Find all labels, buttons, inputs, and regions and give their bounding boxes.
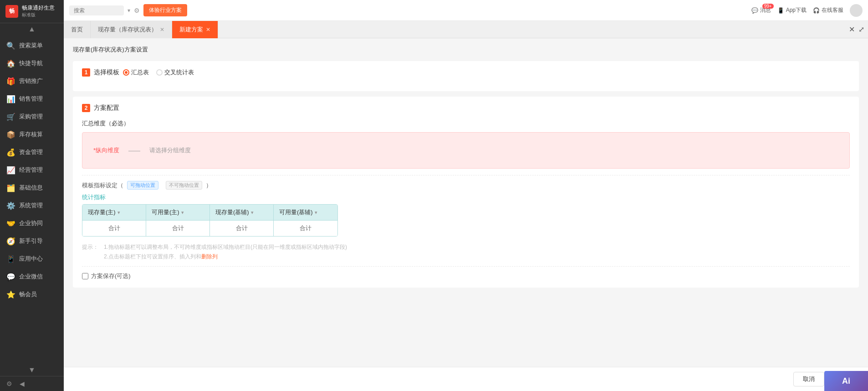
step2-num: 2 — [82, 104, 90, 112]
save-option: 方案保存(可选) — [82, 272, 850, 280]
service-button[interactable]: 🎧 在线客服 — [813, 6, 843, 14]
stats-col-1-chevron-icon: ▾ — [117, 210, 120, 216]
stats-section-title: 统计指标 — [82, 193, 850, 201]
finance-icon: 💰 — [6, 148, 15, 157]
radio-cross-label: 交叉统计表 — [164, 68, 194, 77]
dimension-dash: —— — [128, 147, 140, 154]
avatar[interactable] — [850, 4, 863, 17]
template-radio-group: 汇总表 交叉统计表 — [123, 68, 194, 77]
sidebar-item-sales[interactable]: 📊 销售管理 — [0, 90, 64, 108]
sidebar-item-marketing[interactable]: 🎁 营销推广 — [0, 72, 64, 90]
sidebar-item-inventory[interactable]: 📦 库存核算 — [0, 126, 64, 144]
dimension-zone[interactable]: *纵向维度 —— 请选择分组维度 — [82, 132, 850, 169]
operations-label: 经营管理 — [19, 166, 43, 174]
sidebar-item-shortcut[interactable]: 🏠 快捷导航 — [0, 55, 64, 72]
tab-expand-btn[interactable]: ⤢ — [858, 25, 864, 34]
settings-topbar-icon[interactable]: ⚙ — [134, 7, 140, 14]
settings-icon[interactable]: ⚙ — [6, 380, 12, 387]
stats-col-4-header[interactable]: 可用量(基辅) ▾ — [274, 205, 337, 220]
sidebar-item-finance[interactable]: 💰 资金管理 — [0, 144, 64, 161]
step2-header: 2 方案配置 — [82, 104, 850, 112]
stats-col-1-sub-label: 合计 — [108, 224, 120, 232]
non-draggable-badge: 不可拖动位置 — [166, 181, 202, 190]
tab-inventory-status[interactable]: 现存量（库存状况表） ✕ — [91, 21, 172, 38]
step1-card: 1 选择模板 汇总表 交叉统计表 — [73, 61, 859, 91]
cancel-button[interactable]: 取消 — [793, 372, 824, 386]
stats-col-3-label: 现存量(基辅) — [215, 208, 249, 216]
sidebar-item-coop[interactable]: 🤝 企业协同 — [0, 215, 64, 232]
topbar-left: ▾ ⚙ 体验行业方案 — [69, 4, 748, 16]
indicator-settings-close: ） — [206, 181, 212, 190]
tab-home[interactable]: 首页 — [64, 21, 91, 38]
sidebar-item-wechat[interactable]: 💬 企业微信 — [0, 268, 64, 286]
sidebar-item-member[interactable]: ⭐ 畅会员 — [0, 286, 64, 304]
message-icon: 💬 — [751, 7, 758, 14]
logo-name: 畅康通好生意 — [22, 5, 55, 12]
save-checkbox[interactable] — [82, 273, 88, 279]
tab-close-all-btn[interactable]: ✕ — [849, 25, 855, 34]
sidebar-item-operations[interactable]: 📈 经营管理 — [0, 161, 64, 179]
app-download-button[interactable]: 📱 App下载 — [777, 6, 807, 14]
radio-cross[interactable]: 交叉统计表 — [156, 68, 194, 77]
guide-label: 新手引导 — [19, 237, 43, 245]
stats-col-2-header[interactable]: 可用量(主) ▾ — [146, 205, 210, 220]
indicator-settings-text: 模板指标设定（ — [82, 181, 123, 190]
draggable-badge: 可拖动位置 — [127, 181, 158, 190]
collapse-icon[interactable]: ◀ — [20, 380, 25, 387]
basic-icon: 🗂️ — [6, 184, 15, 192]
stats-table: 现存量(主) ▾ 可用量(主) ▾ 现存量(基辅) ▾ 可用量(基辅) — [82, 204, 338, 237]
sidebar-item-basic[interactable]: 🗂️ 基础信息 — [0, 179, 64, 197]
tips-highlight: 删除列 — [201, 253, 218, 260]
dimension-placeholder: 请选择分组维度 — [149, 146, 191, 154]
stats-col-2-label: 可用量(主) — [152, 208, 179, 216]
member-label: 畅会员 — [19, 290, 37, 298]
search-menu-icon: 🔍 — [6, 41, 15, 50]
stats-col-4-label: 可用量(基辅) — [279, 208, 313, 216]
sidebar-item-search-menu[interactable]: 🔍 搜索菜单 — [0, 37, 64, 55]
radio-summary[interactable]: 汇总表 — [123, 68, 149, 77]
sidebar-logo: 畅 畅康通好生意 标准版 — [0, 0, 64, 23]
search-chevron-icon[interactable]: ▾ — [128, 7, 130, 14]
stats-col-1-sub: 合计 — [82, 221, 146, 236]
ai-badge[interactable]: Ai — [824, 371, 868, 391]
service-label: 在线客服 — [822, 6, 843, 14]
step2-label: 方案配置 — [94, 104, 119, 112]
indicator-settings-label: 模板指标设定（ 可拖动位置 不可拖动位置 ） — [82, 181, 850, 190]
save-option-label: 方案保存(可选) — [91, 272, 131, 280]
sidebar-item-guide[interactable]: 🧭 新手引导 — [0, 232, 64, 250]
tab-new-plan-close-icon[interactable]: ✕ — [206, 26, 210, 33]
scroll-up-btn[interactable]: ▲ — [0, 23, 64, 35]
trial-button[interactable]: 体验行业方案 — [143, 4, 187, 16]
app-label: App下载 — [786, 6, 807, 14]
tab-new-plan-label: 新建方案 — [179, 26, 203, 34]
stats-col-2-sub-label: 合计 — [172, 224, 184, 232]
wechat-icon: 💬 — [6, 273, 15, 281]
step2-card: 2 方案配置 汇总维度（必选） *纵向维度 —— 请选择分组维度 模板指标设定（… — [73, 97, 859, 288]
purchase-label: 采购管理 — [19, 113, 43, 121]
tab-new-plan[interactable]: 新建方案 ✕ — [172, 21, 218, 38]
step1-label: 选择模板 — [94, 68, 119, 77]
operations-icon: 📈 — [6, 166, 15, 175]
sidebar-footer: ⚙ ◀ — [0, 376, 64, 391]
stats-col-1-header[interactable]: 现存量(主) ▾ — [82, 205, 146, 220]
message-button[interactable]: 💬 消息 99+ — [751, 6, 771, 14]
stats-col-2-sub: 合计 — [146, 221, 210, 236]
shortcut-icon: 🏠 — [6, 59, 15, 68]
sidebar-item-apps[interactable]: 📱 应用中心 — [0, 250, 64, 268]
topbar: ▾ ⚙ 体验行业方案 💬 消息 99+ 📱 App下载 🎧 在线客服 — [64, 0, 868, 21]
radio-cross-dot — [156, 69, 163, 76]
section-divider — [82, 175, 850, 175]
coop-label: 企业协同 — [19, 219, 43, 227]
step1-num: 1 — [82, 68, 90, 77]
stats-col-3-header[interactable]: 现存量(基辅) ▾ — [210, 205, 274, 220]
scroll-down-btn[interactable]: ▼ — [0, 364, 64, 376]
ai-label: Ai — [842, 376, 850, 386]
stats-col-4-chevron-icon: ▾ — [315, 210, 317, 216]
sidebar-item-purchase[interactable]: 🛒 采购管理 — [0, 108, 64, 126]
sidebar: 畅 畅康通好生意 标准版 ▲ 🔍 搜索菜单 🏠 快捷导航 🎁 营销推广 📊 销售… — [0, 0, 64, 391]
stats-col-3-sub-label: 合计 — [236, 224, 248, 232]
logo-sub: 标准版 — [22, 12, 55, 18]
search-input[interactable] — [69, 5, 124, 15]
tab-inventory-close-icon[interactable]: ✕ — [160, 26, 164, 33]
sidebar-item-system[interactable]: ⚙️ 系统管理 — [0, 197, 64, 215]
